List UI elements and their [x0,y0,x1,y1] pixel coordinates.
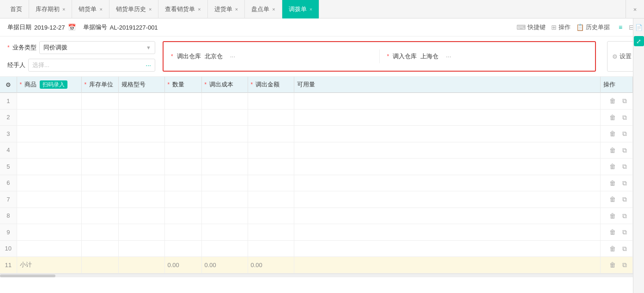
qty-cell[interactable] [164,93,201,110]
delete-icon[interactable]: 🗑 [608,128,618,139]
qty-cell[interactable] [164,109,201,126]
sidebar-doc-icon[interactable]: 📄 [634,22,644,32]
out-amount-cell[interactable] [248,93,294,110]
copy-icon[interactable]: ⧉ [620,129,630,139]
available-cell[interactable] [294,240,601,257]
delete-icon[interactable]: 🗑 [608,227,618,237]
tab-sales-order[interactable]: 销货单 × [72,0,109,18]
delete-icon[interactable]: 🗑 [608,260,618,270]
available-cell[interactable] [294,109,601,126]
unit-cell[interactable] [81,208,118,224]
delete-icon[interactable]: 🗑 [608,194,618,204]
out-cost-cell[interactable] [201,159,248,175]
gear-col-icon[interactable]: ⚙ [6,81,11,88]
product-cell[interactable] [17,175,81,191]
unit-cell[interactable] [81,240,118,257]
copy-icon[interactable]: ⧉ [620,96,630,106]
out-amount-cell[interactable] [248,142,294,159]
tab-purchase-order[interactable]: 进货单 × [208,0,245,18]
tab-inventory-check[interactable]: 盘点单 × [245,0,282,18]
tab-view-sales[interactable]: 查看销货单 × [158,0,207,18]
product-cell[interactable] [17,191,81,208]
tab-home[interactable]: 首页 [4,0,29,18]
qty-cell[interactable] [164,240,201,257]
product-cell[interactable] [17,126,81,142]
out-cost-cell[interactable] [201,109,248,126]
available-cell[interactable] [294,93,601,110]
product-cell[interactable] [17,224,81,241]
handler-select[interactable]: 选择... ··· [28,59,155,72]
delete-icon[interactable]: 🗑 [608,211,618,221]
in-warehouse-more-icon[interactable]: ··· [446,53,451,60]
available-cell[interactable] [294,159,601,175]
qty-cell[interactable] [164,208,201,224]
calendar-icon[interactable]: 📅 [68,24,76,31]
out-amount-cell[interactable] [248,191,294,208]
spec-cell[interactable] [118,142,164,159]
copy-icon[interactable]: ⧉ [620,112,630,122]
unit-cell[interactable] [81,142,118,159]
copy-icon[interactable]: ⧉ [620,244,630,254]
delete-icon[interactable]: 🗑 [608,178,618,188]
tab-sales-history-close[interactable]: × [149,6,152,12]
operations-button[interactable]: ⊞ 操作 [551,23,571,31]
copy-icon[interactable]: ⧉ [620,178,630,188]
out-cost-cell[interactable] [201,191,248,208]
delete-icon[interactable]: 🗑 [608,112,618,122]
copy-icon[interactable]: ⧉ [620,227,630,238]
history-button[interactable]: 📋 历史单据 [576,23,610,31]
available-cell[interactable] [294,208,601,224]
qty-cell[interactable] [164,191,201,208]
settings-button[interactable]: ⚙ 设置 [607,41,637,72]
tab-purchase-order-close[interactable]: × [235,6,238,12]
available-cell[interactable] [294,224,601,241]
tab-view-sales-close[interactable]: × [198,6,200,12]
copy-icon[interactable]: ⧉ [620,211,630,221]
unit-cell[interactable] [81,109,118,126]
tab-inventory-init-close[interactable]: × [62,6,65,12]
spec-cell[interactable] [118,175,164,191]
business-type-select[interactable]: 同价调拨 ▼ [39,41,155,54]
delete-icon[interactable]: 🗑 [608,96,618,106]
spec-cell[interactable] [118,159,164,175]
handler-more-icon[interactable]: ··· [146,61,151,69]
out-amount-cell[interactable] [248,208,294,224]
product-cell[interactable] [17,159,81,175]
qty-cell[interactable] [164,224,201,241]
spec-cell[interactable] [118,93,164,110]
layout-list-icon[interactable]: ≡ [615,22,626,32]
out-amount-cell[interactable] [248,109,294,126]
out-cost-cell[interactable] [201,240,248,257]
copy-icon[interactable]: ⧉ [620,162,630,172]
tab-transfer-order-close[interactable]: × [310,6,312,12]
shortcuts-button[interactable]: ⌨ 快捷键 [516,23,546,31]
available-cell[interactable] [294,191,601,208]
qty-cell[interactable] [164,142,201,159]
spec-cell[interactable] [118,240,164,257]
unit-cell[interactable] [81,224,118,241]
spec-cell[interactable] [118,126,164,142]
out-amount-cell[interactable] [248,175,294,191]
product-cell[interactable] [17,93,81,110]
tab-transfer-order[interactable]: 调拨单 × [282,0,319,18]
out-cost-cell[interactable] [201,175,248,191]
out-cost-cell[interactable] [201,208,248,224]
tab-sales-order-close[interactable]: × [99,6,102,12]
out-cost-cell[interactable] [201,93,248,110]
copy-icon[interactable]: ⧉ [620,260,630,270]
unit-cell[interactable] [81,175,118,191]
product-cell[interactable] [17,208,81,224]
tab-inventory-init[interactable]: 库存期初 × [29,0,72,18]
tab-sales-history[interactable]: 销货单历史 × [109,0,158,18]
copy-icon[interactable]: ⧉ [620,145,630,155]
qty-cell[interactable] [164,159,201,175]
product-cell[interactable] [17,240,81,257]
unit-cell[interactable] [81,126,118,142]
out-amount-cell[interactable] [248,240,294,257]
product-cell[interactable] [17,142,81,159]
out-amount-cell[interactable] [248,159,294,175]
delete-icon[interactable]: 🗑 [608,161,618,171]
copy-icon[interactable]: ⧉ [620,195,630,205]
scan-barcode-button[interactable]: 扫码录入 [40,80,67,89]
qty-cell[interactable] [164,126,201,142]
